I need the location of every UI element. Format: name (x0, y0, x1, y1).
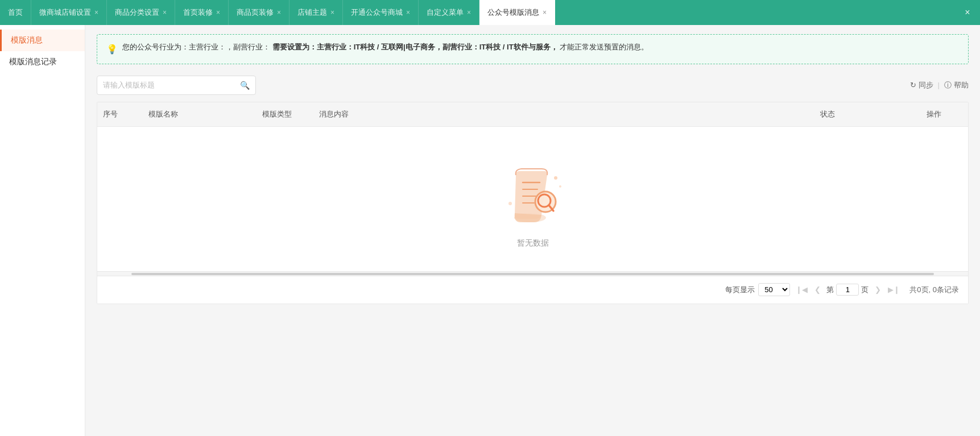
col-content: 消息内容 (313, 102, 814, 126)
notice-text: 您的公众号行业为：主营行业：，副营行业： 需要设置为：主营行业：IT科技 / 互… (122, 41, 648, 53)
col-action-label: 操作 (927, 110, 941, 118)
svg-point-8 (554, 176, 557, 180)
content-area: 💡 您的公众号行业为：主营行业：，副营行业： 需要设置为：主营行业：IT科技 /… (85, 25, 980, 436)
page-size-label: 每页显示 (725, 285, 755, 295)
tab-custom-menu-close[interactable]: × (467, 9, 471, 16)
col-status: 状态 (814, 102, 900, 126)
tab-custom-menu[interactable]: 自定义菜单 × (419, 0, 479, 25)
tab-shop-theme[interactable]: 店铺主题 × (290, 0, 343, 25)
page-number-input[interactable] (836, 284, 859, 296)
col-seq: 序号 (97, 102, 143, 126)
search-box[interactable]: 🔍 (97, 76, 256, 95)
tab-home[interactable]: 首页 (0, 0, 31, 25)
col-name: 模版名称 (143, 102, 257, 126)
col-seq-label: 序号 (103, 110, 118, 118)
col-type: 模版类型 (257, 102, 313, 126)
sidebar-item-template-message[interactable]: 模版消息 (0, 30, 85, 51)
tab-open-wechat-shop[interactable]: 开通公众号商城 × (343, 0, 419, 25)
col-type-label: 模版类型 (262, 110, 292, 118)
help-label: 帮助 (954, 80, 969, 90)
help-button[interactable]: ⓘ 帮助 (944, 80, 969, 90)
col-status-label: 状态 (820, 110, 835, 118)
sidebar: 模版消息 模版消息记录 (0, 25, 85, 436)
notice-icon: 💡 (106, 42, 118, 57)
sync-label: 同步 (919, 80, 933, 90)
tab-home-label: 首页 (8, 7, 23, 18)
main-layout: 模版消息 模版消息记录 💡 您的公众号行业为：主营行业：，副营行业： 需要设置为… (0, 25, 980, 436)
tab-product-category-close[interactable]: × (163, 9, 167, 16)
sync-icon: ↻ (910, 81, 916, 89)
tab-product-page-decor[interactable]: 商品页装修 × (229, 0, 290, 25)
toolbar-divider: | (938, 81, 940, 89)
page-label: 第 (826, 285, 834, 295)
notice-suffix: 才能正常发送预置的消息。 (560, 43, 648, 51)
notice-bar: 💡 您的公众号行业为：主营行业：，副营行业： 需要设置为：主营行业：IT科技 /… (97, 34, 969, 64)
last-page-button[interactable]: ▶❙ (887, 283, 900, 297)
page-size-dropdown[interactable]: 10 20 50 100 (758, 283, 790, 296)
svg-point-9 (559, 185, 561, 188)
sidebar-item-template-message-record[interactable]: 模版消息记录 (0, 51, 85, 73)
tab-product-category-label: 商品分类设置 (115, 7, 159, 18)
next-page-button[interactable]: ❯ (871, 283, 884, 297)
page-size-select: 每页显示 10 20 50 100 (725, 283, 790, 296)
help-icon: ⓘ (944, 80, 952, 90)
toolbar: 🔍 ↻ 同步 | ⓘ 帮助 (97, 76, 969, 95)
page-nav: ❙◀ ❮ 第 页 ❯ ▶❙ (795, 283, 900, 297)
scrollbar-area[interactable] (97, 271, 968, 276)
tab-custom-menu-label: 自定义菜单 (427, 7, 464, 18)
tab-micro-shop[interactable]: 微商城店铺设置 × (31, 0, 107, 25)
col-content-label: 消息内容 (319, 110, 349, 118)
tab-shop-theme-label: 店铺主题 (297, 7, 327, 18)
pagination: 每页显示 10 20 50 100 ❙◀ ❮ 第 页 ❯ ▶❙ (97, 276, 968, 304)
tab-shop-theme-close[interactable]: × (330, 9, 334, 16)
search-icon[interactable]: 🔍 (240, 81, 250, 90)
total-info: 共0页, 0条记录 (909, 285, 959, 295)
scrollbar-track[interactable] (131, 273, 934, 275)
svg-point-10 (508, 202, 512, 205)
col-action: 操作 (900, 102, 968, 126)
tab-open-wechat-shop-label: 开通公众号商城 (351, 7, 403, 18)
sidebar-item-template-message-record-label: 模版消息记录 (9, 57, 57, 66)
empty-state: 暂无数据 (97, 127, 968, 271)
col-name-label: 模版名称 (148, 110, 178, 118)
tab-open-wechat-shop-close[interactable]: × (406, 9, 410, 16)
table-header: 序号 模版名称 模版类型 消息内容 状态 操作 (97, 102, 968, 127)
tab-template-message[interactable]: 公众号模版消息 × (479, 0, 555, 25)
tab-homepage-decor-label: 首页装修 (183, 7, 213, 18)
toolbar-right: ↻ 同步 | ⓘ 帮助 (910, 80, 969, 90)
first-page-button[interactable]: ❙◀ (795, 283, 808, 297)
sync-button[interactable]: ↻ 同步 (910, 80, 933, 90)
page-unit: 页 (861, 285, 869, 295)
prev-page-button[interactable]: ❮ (811, 283, 824, 297)
tab-micro-shop-label: 微商城店铺设置 (39, 7, 91, 18)
empty-text: 暂无数据 (517, 238, 549, 248)
notice-highlight: 需要设置为：主营行业：IT科技 / 互联网|电子商务，副营行业：IT科技 / I… (272, 43, 558, 51)
empty-illustration (499, 161, 567, 229)
sidebar-item-template-message-label: 模版消息 (11, 35, 43, 44)
tab-micro-shop-close[interactable]: × (94, 9, 98, 16)
tab-product-page-decor-label: 商品页装修 (237, 7, 274, 18)
tab-homepage-decor-close[interactable]: × (216, 9, 220, 16)
window-close-button[interactable]: × (955, 0, 980, 25)
tab-product-page-decor-close[interactable]: × (277, 9, 281, 16)
tab-homepage-decor[interactable]: 首页装修 × (175, 0, 229, 25)
tab-template-message-label: 公众号模版消息 (487, 7, 539, 18)
notice-prefix: 您的公众号行业为：主营行业：，副营行业： (122, 43, 270, 51)
table-container: 序号 模版名称 模版类型 消息内容 状态 操作 (97, 102, 969, 304)
tab-template-message-close[interactable]: × (543, 9, 547, 16)
topnav: 首页 微商城店铺设置 × 商品分类设置 × 首页装修 × 商品页装修 × 店铺主… (0, 0, 980, 25)
tab-product-category[interactable]: 商品分类设置 × (107, 0, 175, 25)
search-input[interactable] (103, 81, 240, 89)
